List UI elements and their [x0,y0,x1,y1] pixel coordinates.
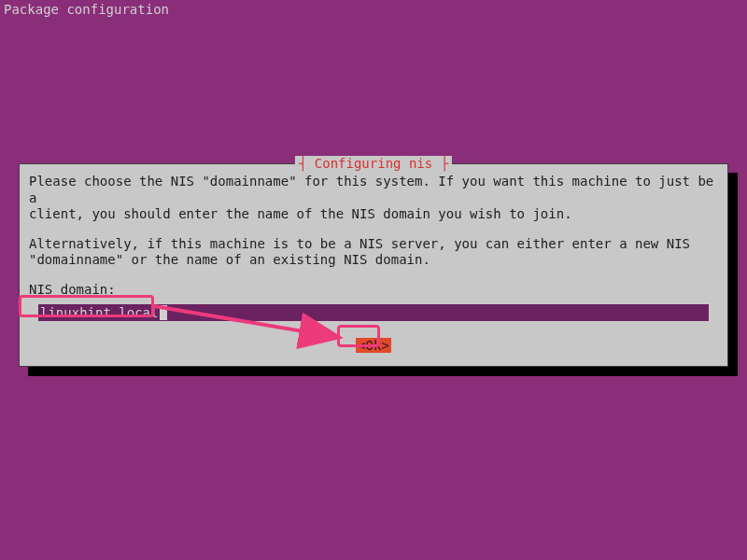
dialog-body-2: Alternatively, if this machine is to be … [29,236,718,269]
page-title: Package configuration [0,0,747,19]
dialog-title: ┤ Configuring nis ├ [295,156,452,171]
button-row: <Ok> [20,338,727,353]
nis-domain-input[interactable]: linuxhint.local [38,304,709,321]
dialog-content: Please choose the NIS "domainname" for t… [20,164,727,313]
nis-domain-label: NIS domain: [29,282,718,299]
nis-domain-value: linuxhint.local [38,305,160,320]
config-dialog: ┤ Configuring nis ├ Please choose the NI… [19,163,728,367]
dialog-body-1: Please choose the NIS "domainname" for t… [29,174,718,223]
text-cursor [160,305,167,320]
ok-button[interactable]: <Ok> [356,338,391,353]
